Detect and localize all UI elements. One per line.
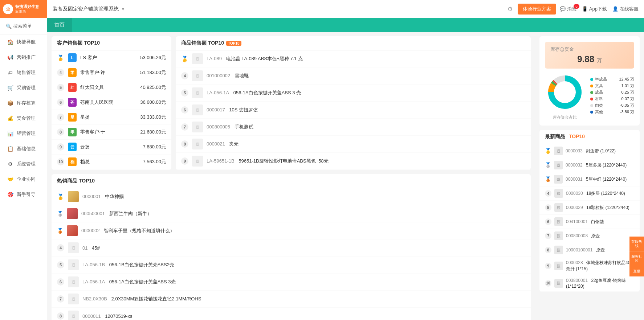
product-info: 004100001 白钢垫 xyxy=(566,219,634,225)
float-btn-service[interactable]: 客服热线 xyxy=(629,237,644,251)
medal-icon: 🥈 xyxy=(57,211,63,217)
medal-icon: 🥈 xyxy=(545,162,551,168)
sidebar-item-basics[interactable]: 📋 基础信息 xyxy=(0,141,47,156)
sidebar-item-guide[interactable]: 🎯 新手引导 xyxy=(0,187,47,202)
online-service-action[interactable]: 👤 在线客服 xyxy=(612,6,639,12)
main-wrap: 装备及固定资产辅助管理系统 ▼ ⚙ 体验行业方案 💬 消息 6 📱 App下载 … xyxy=(47,0,644,320)
product-img: 🖼 xyxy=(192,70,203,81)
rank-number: 6 xyxy=(57,278,64,286)
tab-bar: 首页 xyxy=(47,18,644,32)
product-name-info: LA-056-1B 056-1B白色按键开关壳ABS2壳 xyxy=(82,262,525,268)
latest-product-item: 4 🖼 0000030 18多层 (1220*2440) xyxy=(539,186,640,201)
rank-number: 5 xyxy=(57,84,64,91)
donut-svg xyxy=(545,72,585,112)
rank-number: 7 xyxy=(57,295,64,303)
basics-icon: 📋 xyxy=(7,146,14,152)
latest-products-panel: 最新商品 TOP10 🥇 🖼 0000033 封边带 (1.0*22) 🥈 🖼 xyxy=(539,130,640,292)
product-info: 0000032 5厘多层 (1220*2440) xyxy=(566,162,634,168)
sidebar-item-home[interactable]: 🏠 快捷导航 xyxy=(0,34,47,50)
product-ranking-panel: 商品销售额 TOP10 TOP10 🥇 🖼 LA-089 电池盖 LA-089 … xyxy=(176,36,531,170)
app-download-action[interactable]: 📱 App下载 xyxy=(582,6,607,12)
customer-rank-item: 4 零 零售客户·许 51,183.00元 xyxy=(52,65,171,80)
product-img-thumb: 🖼 xyxy=(554,217,563,226)
legend-dot xyxy=(590,111,593,114)
sidebar-search[interactable]: 🔍 搜索菜单 xyxy=(0,18,47,34)
sidebar-item-operations[interactable]: 📊 经营管理 xyxy=(0,126,47,141)
product-img-thumb: 🖼 xyxy=(554,175,563,184)
latest-product-item: 8 🖼 10000100001 原壶 xyxy=(539,243,640,257)
sidebar-item-system[interactable]: ⚙ 系统管理 xyxy=(0,156,47,172)
hot-product-item: 4 🖼 01 45# xyxy=(52,239,531,257)
rank-number: 8 xyxy=(181,140,188,148)
product-name-info: 01 45# xyxy=(82,245,525,251)
latest-product-item: 7 🖼 000800008 原壶 xyxy=(539,229,640,243)
app-icon: 📱 xyxy=(582,6,588,12)
donut-chart-wrap: 库存资金占比 半成品 12.45 万 文具 1.01 万 xyxy=(545,72,634,120)
rank-number: 8 xyxy=(545,247,551,253)
product-ranking-title: 商品销售额 TOP10 TOP10 xyxy=(176,36,531,50)
legend-item: 肉类 -0.05 万 xyxy=(590,103,634,108)
product-img-thumb: 🖼 xyxy=(554,161,563,169)
latest-product-item: 10 🖼 003800001 22g鱼豆腐-烧烤味 (1*12*20) xyxy=(539,275,640,292)
guide-icon: 🎯 xyxy=(7,192,14,197)
product-img: 🖼 xyxy=(68,242,79,253)
sidebar-item-marketing[interactable]: 📢 营销推广 xyxy=(0,50,47,65)
message-icon: 💬 xyxy=(560,6,566,12)
system-dropdown-btn[interactable]: ▼ xyxy=(121,7,125,12)
donut-legend: 半成品 12.45 万 文具 1.01 万 成品 0.25 万 xyxy=(590,77,634,116)
product-rank-item: 4 🖼 001000002 雪地靴 xyxy=(176,67,531,85)
medal-icon: 🥇 xyxy=(181,56,188,62)
product-img-thumb: 🖼 xyxy=(554,246,563,254)
medal-icon: 🥇 xyxy=(57,193,64,200)
hot-product-item: 8 🖼 0000011 12070519-xs xyxy=(52,308,531,320)
rank-number: 4 xyxy=(57,69,64,76)
product-img: 🖼 xyxy=(192,53,203,64)
legend-item: 其他 -3.86 万 xyxy=(590,109,634,115)
medal-icon: 🥇 xyxy=(57,54,64,61)
product-info: 0000021 夹壳 xyxy=(207,141,525,147)
hot-product-item: 5 🖼 LA-056-1B 056-1B白色按键开关壳ABS2壳 xyxy=(52,257,531,274)
product-info: 0000033 封边带 (1.0*22) xyxy=(566,148,634,154)
product-img-thumb: 🖼 xyxy=(554,147,563,155)
system-title: 装备及固定资产辅助管理系统 ▼ xyxy=(53,6,502,12)
customer-rank-item: 6 苍 苍南县人民医院 36,600.00元 xyxy=(52,95,171,110)
settings-gear-btn[interactable]: ⚙ xyxy=(506,4,514,14)
finance-icon: 💰 xyxy=(7,115,14,121)
sidebar-item-inventory[interactable]: 📦 库存核算 xyxy=(0,95,47,111)
product-name-info: 0000011 12070519-xs xyxy=(82,313,525,319)
tab-home[interactable]: 首页 xyxy=(47,18,72,32)
sidebar: 业 畅捷通好生意 标准版 🔍 搜索菜单 🏠 快捷导航 📢 营销推广 🏷 销售管理… xyxy=(0,0,47,320)
float-btn-live[interactable]: 直播 xyxy=(629,266,644,276)
customer-rank-item: 10 档 档总 7,563.00元 xyxy=(52,155,171,169)
sidebar-item-collab[interactable]: 🤝 企业协同 xyxy=(0,172,47,187)
rank-number: 7 xyxy=(57,114,64,121)
medal-icon: 🥉 xyxy=(545,176,551,182)
product-rank-item: 9 🖼 LA-59651-1B 59651-1B旋转投影灯电池盒ABS黑色+58… xyxy=(176,153,531,170)
latest-product-item: 6 🖼 004100001 白钢垫 xyxy=(539,215,640,229)
hot-product-item: 🥉 0000002 智利车子里（规格不知道填什么） xyxy=(52,222,531,239)
legend-item: 材料 0.07 万 xyxy=(590,96,634,102)
top-panels-row: 客户销售额 TOP10 🥇 L LS 客户 53,006.26元 4 xyxy=(52,36,531,170)
operations-icon: 📊 xyxy=(7,131,14,136)
hot-products-list: 🥇 0000001 中华神赐 🥈 000500001 新西兰牛肉 xyxy=(52,188,531,320)
product-info: 003800001 22g鱼豆腐-烧烤味 (1*12*20) xyxy=(566,278,634,289)
product-img-real xyxy=(67,225,78,236)
sidebar-item-finance[interactable]: 💰 资金管理 xyxy=(0,111,47,126)
medal-icon: 🥉 xyxy=(57,228,63,234)
search-menu-button[interactable]: 🔍 搜索菜单 xyxy=(3,21,44,31)
sidebar-item-sales[interactable]: 🏷 销售管理 xyxy=(0,65,47,80)
customer-rank-item: 8 零 零售客户·于 21,680.00元 xyxy=(52,125,171,140)
product-ranking-list: 🥇 🖼 LA-089 电池盖 LA-089 ABS本色+黑种 7.1 克 4 🖼 xyxy=(176,50,531,170)
message-action[interactable]: 💬 消息 6 xyxy=(560,6,576,12)
product-info: LA-59651-1B 59651-1B旋转投影灯电池盒ABS黑色+58壳 xyxy=(207,158,525,164)
product-info: 000800005 手机测试 xyxy=(207,124,525,130)
customer-rank-item: 5 红 红太阳文具 40,925.00元 xyxy=(52,80,171,95)
rank-number: 5 xyxy=(57,261,64,268)
rank-number: 10 xyxy=(57,158,64,165)
customer-ranking-panel: 客户销售额 TOP10 🥇 L LS 客户 53,006.26元 4 xyxy=(52,36,171,170)
hot-products-title: 热销商品 TOP10 xyxy=(52,174,531,188)
product-info: LA-089 电池盖 LA-089 ABS本色+黑种 7.1 克 xyxy=(207,56,525,62)
trial-btn[interactable]: 体验行业方案 xyxy=(518,4,556,15)
float-btn-community[interactable]: 服务社区 xyxy=(629,251,644,266)
sidebar-item-purchase[interactable]: 🛒 采购管理 xyxy=(0,80,47,95)
